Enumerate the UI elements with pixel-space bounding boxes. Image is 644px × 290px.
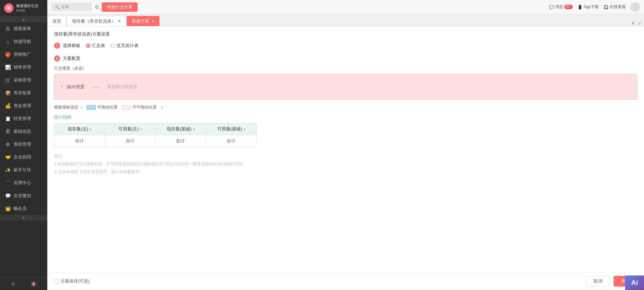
col-header-3: 可用量(基辅) ▾ (206, 123, 257, 135)
sidebar-item-finance[interactable]: 💰 资金管理 (0, 99, 47, 112)
col-2-dropdown[interactable]: ▾ (193, 127, 195, 131)
chart-icon: 📊 (5, 65, 11, 70)
sidebar-item-label: 资金管理 (14, 103, 31, 109)
close-icon[interactable]: ✕ (631, 21, 635, 26)
sidebar-item-operations[interactable]: 📋 经营管理 (0, 112, 47, 125)
tab-new-plan-label: 新建方案 (132, 18, 149, 24)
sidebar-scroll-down[interactable]: ▼ (0, 215, 47, 221)
messages-badge: 99+ (564, 5, 573, 9)
sidebar-item-search-menu[interactable]: ☰ 搜索菜单 (0, 22, 47, 35)
sidebar-item-member[interactable]: 👑 畅会员 (0, 202, 47, 215)
sidebar-item-newbie[interactable]: ✨ 新手引导 (0, 164, 47, 176)
col-1-dropdown[interactable]: ▾ (140, 127, 142, 131)
sidebar-item-label: 畅会员 (14, 206, 27, 212)
section1-num: 1 (54, 43, 60, 49)
sidebar-item-label: 企业协同 (14, 154, 31, 160)
sidebar-item-wechat[interactable]: 💬 企业微信 (0, 189, 47, 202)
sidebar-item-label: 应用中心 (14, 180, 31, 186)
sidebar-item-label: 搜索菜单 (14, 26, 31, 32)
tab-inventory-close-icon[interactable]: ✕ (118, 19, 121, 23)
phone-download-icon: 📱 (577, 5, 583, 9)
radio-summary[interactable]: 汇总表 (86, 43, 105, 49)
app-logo-icon: 畅 (4, 3, 14, 13)
sidebar-item-label: 基础信息 (14, 128, 31, 135)
app-edition: 标准版 (16, 8, 39, 13)
messages-btn[interactable]: 💬 消息 99+ (549, 4, 573, 10)
radio-summary-circle (86, 43, 91, 48)
col-header-2: 现存量(基辅) ▾ (155, 123, 206, 135)
sidebar-item-label: 快捷导航 (14, 39, 31, 45)
chat-icon: 💬 (5, 193, 11, 198)
save-checkbox[interactable] (54, 279, 58, 284)
sidebar-scroll-up[interactable]: ▲ (0, 17, 47, 22)
col-header-0: 现存量(主) ▾ (54, 123, 105, 135)
not-draggable-label: 不可拖动位置 (132, 104, 157, 110)
sound-icon[interactable]: 🔇 (31, 281, 36, 287)
trial-btn[interactable]: 体验行业方案 (102, 2, 138, 12)
online-service-btn[interactable]: 🎧 在线客服 (603, 4, 626, 10)
sidebar-item-label: 新手引导 (14, 167, 31, 173)
expand-icon[interactable]: ⤢ (637, 21, 641, 26)
tips: 提示： 1.拖动标题栏可以调整布局，不可跨维度或指标区域拖动栏目字段(只能在同一… (54, 152, 637, 175)
search-box[interactable]: 🔍 搜索 (51, 3, 92, 11)
template-radio-group: 汇总表 交叉统计表 (86, 43, 139, 49)
cell-0-1: 合计 (105, 135, 156, 147)
required-star: * (61, 84, 63, 90)
radio-cross-label: 交叉统计表 (117, 43, 139, 49)
messages-label: 消息 (555, 4, 563, 10)
save-option-label: 方案保存(可选) (60, 278, 90, 284)
draggable-legend-box (86, 105, 96, 110)
money-icon: 💰 (5, 103, 11, 108)
sidebar-item-label: 营销推广 (14, 51, 31, 57)
sidebar-item-purchase[interactable]: 🛒 采购管理 (0, 74, 47, 87)
sidebar-item-label: 采购管理 (14, 77, 31, 83)
sidebar-item-system[interactable]: ⚙ 系统管理 (0, 138, 47, 151)
tips-title: 提示： (54, 154, 66, 159)
cell-0-3: 合计 (206, 135, 257, 147)
stats-table-body: 合计 合计 合计 合计 (54, 135, 256, 147)
tabbar: 首页 现存量（库存状况表） ✕ 新建方案 ✕ ✕ ⤢ (47, 14, 644, 26)
save-option[interactable]: 方案保存(可选) (54, 278, 90, 284)
search-icon: 🔍 (55, 5, 60, 9)
sidebar-item-app-center[interactable]: 📱 应用中心 (0, 176, 47, 189)
topbar-right: 💬 消息 99+ 📱 App下载 🎧 在线客服 (549, 2, 640, 12)
handshake-icon: 🤝 (5, 154, 11, 160)
app-download-btn[interactable]: 📱 App下载 (577, 4, 599, 10)
tab-home[interactable]: 首页 (47, 16, 66, 26)
database-icon: 🗄 (5, 129, 11, 134)
sidebar-item-marketing[interactable]: 🎁 营销推广 (0, 48, 47, 61)
dimension-required-label: 汇总维度（必选） (54, 66, 637, 71)
sidebar-item-label: 经营管理 (14, 116, 31, 122)
ai-badge[interactable]: Ai (625, 275, 644, 290)
tab-new-plan-close-icon[interactable]: ✕ (151, 19, 154, 23)
indicator-settings: 模板指标设定（ 可拖动位置 不可拖动位置 ） (54, 104, 637, 110)
avatar[interactable] (630, 2, 640, 12)
sidebar-item-label: 销售管理 (14, 64, 31, 70)
cancel-button[interactable]: 取消 (586, 276, 610, 287)
app-download-label: App下载 (584, 4, 599, 10)
headset-icon: 🎧 (603, 5, 609, 9)
sidebar-item-quick-nav[interactable]: ⌂ 快捷导航 (0, 35, 47, 48)
clipboard-icon: 📋 (5, 116, 11, 121)
home-icon: ⌂ (5, 39, 11, 44)
tab-inventory-status[interactable]: 现存量（库存状况表） ✕ (67, 16, 126, 26)
radio-cross[interactable]: 交叉统计表 (110, 43, 139, 49)
search-menu-icon: ☰ (5, 26, 11, 31)
sidebar-item-sales[interactable]: 📊 销售管理 (0, 61, 47, 74)
col-2-label: 现存量(基辅) (167, 126, 192, 132)
settings-icon[interactable]: ⚙ (11, 281, 16, 287)
sidebar-item-inventory[interactable]: 📦 库存核算 (0, 87, 47, 99)
not-draggable-legend-box (122, 105, 131, 110)
sidebar-item-enterprise[interactable]: 🤝 企业协同 (0, 151, 47, 164)
col-3-dropdown[interactable]: ▾ (244, 127, 245, 131)
col-0-dropdown[interactable]: ▾ (90, 127, 91, 131)
topbar-gear-icon[interactable]: ⚙ (95, 4, 99, 10)
dimension-box[interactable]: * 纵向维度 —— 请选择分组维度 (54, 74, 637, 100)
indicator-settings-suffix: ） (161, 104, 165, 110)
tip-item-1: 2. 点击标题栏下拉可设置排序、插入列和删除列 (54, 168, 637, 176)
section2-num: 2 (54, 55, 60, 62)
tab-inventory-label: 现存量（库存状况表） (72, 18, 116, 24)
sidebar-item-basic-info[interactable]: 🗄 基础信息 (0, 125, 47, 138)
tab-new-plan[interactable]: 新建方案 ✕ (127, 16, 159, 26)
section2-label: 方案配置 (63, 55, 80, 62)
